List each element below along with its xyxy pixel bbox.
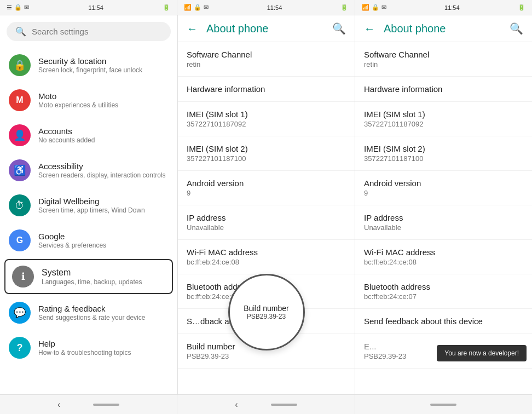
search-input[interactable] xyxy=(32,27,162,36)
help-subtitle: How-to & troubleshooting topics xyxy=(38,349,169,357)
sidebar-item-accounts[interactable]: 👤 Accounts No accounts added xyxy=(0,118,177,153)
signal-icon: 📶 xyxy=(184,4,192,11)
security-title: Security & location xyxy=(38,56,169,66)
hardware-info-header-r: Hardware information xyxy=(355,77,532,102)
rating-title: Rating & feedback xyxy=(38,304,169,313)
help-title: Help xyxy=(38,339,169,348)
lock-icon-r: 🔒 xyxy=(372,4,379,11)
search-icon: 🔍 xyxy=(15,26,26,37)
nav-pill-middle xyxy=(271,404,297,406)
about-header-middle: ← About phone 🔍 xyxy=(178,15,355,42)
digitalwellbeing-icon: ⏱ xyxy=(9,194,31,216)
google-subtitle: Services & preferences xyxy=(38,242,169,249)
help-icon: ? xyxy=(9,337,31,359)
status-icons-left: ☰ 🔒 ✉ xyxy=(7,4,29,11)
search-button-middle[interactable]: 🔍 xyxy=(332,22,346,35)
about-panel-middle: ← About phone 🔍 Software Channel retin H… xyxy=(178,15,355,394)
main-content: 🔍 🔒 Security & location Screen lock, fin… xyxy=(0,15,532,394)
status-bar-left: ☰ 🔒 ✉ 11:54 🔋 xyxy=(0,0,177,15)
android-version-item-m[interactable]: Android version 9 xyxy=(178,171,355,205)
sidebar-item-security[interactable]: 🔒 Security & location Screen lock, finge… xyxy=(0,48,177,83)
ip-address-item-m[interactable]: IP address Unavailable xyxy=(178,205,355,240)
accessibility-title: Accessibility xyxy=(38,162,169,171)
sidebar-item-accessibility[interactable]: ♿ Accessibility Screen readers, display,… xyxy=(0,153,177,188)
sidebar-item-moto[interactable]: M Moto Moto experiences & utilities xyxy=(0,83,177,118)
battery-middle: 🔋 xyxy=(340,4,348,11)
nav-bar: ‹ ‹ xyxy=(0,394,532,414)
android-version-item-r[interactable]: Android version 9 xyxy=(355,171,532,205)
build-circle-title: Build number xyxy=(244,304,289,313)
software-channel-item-r[interactable]: Software Channel retin xyxy=(355,42,532,77)
hardware-info-header-m: Hardware information xyxy=(178,77,355,102)
sidebar-item-rating[interactable]: 💬 Rating & feedback Send suggestions & r… xyxy=(0,295,177,330)
status-icons-right: 📶 🔒 ✉ xyxy=(362,4,386,11)
ip-address-item-r[interactable]: IP address Unavailable xyxy=(355,205,532,240)
nav-pill-right xyxy=(430,404,456,406)
message-icon-r: ✉ xyxy=(381,4,386,11)
google-icon: G xyxy=(9,229,31,251)
search-button-right[interactable]: 🔍 xyxy=(510,22,523,35)
bluetooth-item-r[interactable]: Bluetooth address bc:ff:eb:24:ce:07 xyxy=(355,274,532,309)
system-title: System xyxy=(42,268,165,278)
signal-icon-r: 📶 xyxy=(362,4,369,11)
nav-section-middle: ‹ xyxy=(177,395,355,414)
battery-left: 🔋 xyxy=(163,4,170,11)
accounts-icon: 👤 xyxy=(9,124,31,146)
about-title-right: About phone xyxy=(384,22,501,35)
message-icon: ✉ xyxy=(24,4,29,11)
moto-subtitle: Moto experiences & utilities xyxy=(38,101,169,109)
google-title: Google xyxy=(38,232,169,241)
message-icon-m: ✉ xyxy=(204,4,209,11)
system-icon: ℹ xyxy=(12,266,34,288)
imei2-item-r[interactable]: IMEI (SIM slot 2) 357227101187100 xyxy=(355,136,532,171)
accounts-subtitle: No accounts added xyxy=(38,136,169,144)
sidebar-item-google[interactable]: G Google Services & preferences xyxy=(0,223,177,258)
developer-toast: You are now a developer! xyxy=(437,345,527,361)
time-middle: 11:54 xyxy=(267,4,282,11)
imei1-item-r[interactable]: IMEI (SIM slot 1) 357227101187092 xyxy=(355,102,532,136)
rating-icon: 💬 xyxy=(9,302,31,324)
back-button-middle[interactable]: ← xyxy=(187,22,198,35)
status-icons-middle: 📶 🔒 ✉ xyxy=(184,4,209,11)
accessibility-subtitle: Screen readers, display, interaction con… xyxy=(38,171,169,179)
system-subtitle: Languages, time, backup, updates xyxy=(42,278,165,286)
wifi-mac-item-r[interactable]: Wi-Fi MAC address bc:ff:eb:24:ce:08 xyxy=(355,240,532,274)
imei2-item-m[interactable]: IMEI (SIM slot 2) 357227101187100 xyxy=(178,136,355,171)
back-button-right[interactable]: ← xyxy=(364,22,375,35)
accounts-title: Accounts xyxy=(38,127,169,136)
send-feedback-item-r[interactable]: Send feedback about this device xyxy=(355,309,532,334)
about-title-middle: About phone xyxy=(206,22,323,35)
sidebar-item-digitalwellbeing[interactable]: ⏱ Digital Wellbeing Screen time, app tim… xyxy=(0,188,177,223)
imei1-item-m[interactable]: IMEI (SIM slot 1) 357227101187092 xyxy=(178,102,355,136)
battery-right: 🔋 xyxy=(518,4,525,11)
sidebar-item-help[interactable]: ? Help How-to & troubleshooting topics xyxy=(0,330,177,365)
rating-subtitle: Send suggestions & rate your device xyxy=(38,314,169,321)
settings-panel: 🔍 🔒 Security & location Screen lock, fin… xyxy=(0,15,178,394)
lock-icon-m: 🔒 xyxy=(194,4,201,11)
nav-back-middle[interactable]: ‹ xyxy=(235,400,238,410)
nav-back-left[interactable]: ‹ xyxy=(57,400,60,410)
security-icon: 🔒 xyxy=(9,54,31,76)
nav-section-left: ‹ xyxy=(0,395,177,414)
build-number-circle: Build number PSB29.39-23 xyxy=(228,274,305,350)
search-bar[interactable]: 🔍 xyxy=(7,22,171,41)
digitalwellbeing-subtitle: Screen time, app timers, Wind Down xyxy=(38,206,169,214)
nav-section-right xyxy=(355,395,532,414)
security-subtitle: Screen lock, fingerprint, face unlock xyxy=(38,66,169,74)
moto-title: Moto xyxy=(38,91,169,101)
lock-icon: 🔒 xyxy=(14,4,22,11)
time-left: 11:54 xyxy=(88,4,103,11)
wifi-mac-item-m[interactable]: Wi-Fi MAC address bc:ff:eb:24:ce:08 xyxy=(178,240,355,274)
accessibility-icon: ♿ xyxy=(9,159,31,181)
time-right: 11:54 xyxy=(444,4,460,11)
software-channel-item-m[interactable]: Software Channel retin xyxy=(178,42,355,77)
status-bar: ☰ 🔒 ✉ 11:54 🔋 📶 🔒 ✉ 11:54 🔋 📶 🔒 ✉ 11:54 … xyxy=(0,0,532,15)
sidebar-item-system[interactable]: ℹ System Languages, time, backup, update… xyxy=(4,259,173,294)
status-bar-middle: 📶 🔒 ✉ 11:54 🔋 xyxy=(177,0,355,15)
status-bar-right: 📶 🔒 ✉ 11:54 🔋 xyxy=(355,0,532,15)
digitalwellbeing-title: Digital Wellbeing xyxy=(38,197,169,206)
about-panel-right: ← About phone 🔍 Software Channel retin H… xyxy=(355,15,532,394)
build-circle-value: PSB29.39-23 xyxy=(247,313,286,320)
moto-icon: M xyxy=(9,89,31,111)
nav-pill-left xyxy=(93,404,119,406)
